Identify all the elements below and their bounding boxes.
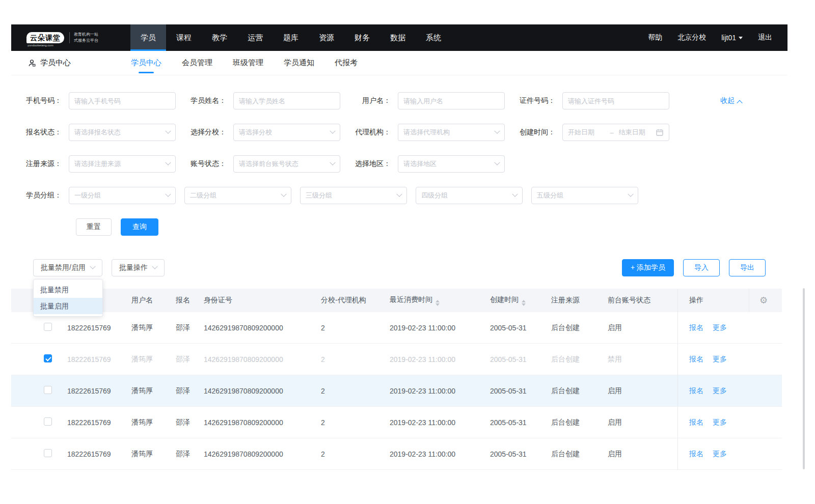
group-level5-select[interactable]: 五级分组 <box>531 187 638 204</box>
account-status-select[interactable]: 请选择前台账号状态 <box>233 155 340 173</box>
cell-last-consume: 2019-02-23 11:00:00 <box>390 387 490 395</box>
gear-icon[interactable]: ⚙ <box>759 295 768 306</box>
help-link[interactable]: 帮助 <box>648 33 662 42</box>
sort-icon[interactable] <box>522 300 526 306</box>
tab-class-management[interactable]: 班级管理 <box>233 51 263 75</box>
cell-username: 潘筠厚 <box>131 450 176 459</box>
filter-student-name: 学员姓名： <box>176 92 340 109</box>
chevron-down-icon <box>90 264 95 269</box>
action-more-link[interactable]: 更多 <box>713 450 727 459</box>
action-enroll-link[interactable]: 报名 <box>689 450 703 459</box>
menu-item-batch-enable[interactable]: 批量启用 <box>34 298 102 314</box>
sort-icon[interactable] <box>436 300 440 306</box>
action-enroll-link[interactable]: 报名 <box>689 386 703 396</box>
reg-source-select[interactable]: 请选择注册来源 <box>69 155 176 173</box>
cell-branch: 2 <box>321 387 390 395</box>
filter-idcard: 证件号码： <box>505 92 669 109</box>
user-menu[interactable]: lijt01 <box>721 34 743 42</box>
sub-nav: 学员中心 学员中心 会员管理 班级管理 学员通知 代报考 <box>11 51 787 75</box>
enroll-status-select[interactable]: 请选择报名状态 <box>69 124 176 141</box>
row-checkbox[interactable] <box>44 417 52 426</box>
header-account-status: 前台账号状态 <box>608 296 677 305</box>
tab-student-center[interactable]: 学员中心 <box>131 51 161 75</box>
import-button[interactable]: 导入 <box>683 259 720 276</box>
action-enroll-link[interactable]: 报名 <box>689 418 703 427</box>
tab-proxy-exam[interactable]: 代报考 <box>335 51 358 75</box>
cell-branch: 2 <box>321 450 390 458</box>
nav-item-resources[interactable]: 资源 <box>309 24 344 51</box>
menu-item-batch-disable[interactable]: 批量禁用 <box>34 282 102 298</box>
user-icon <box>28 59 36 67</box>
group-level1-select[interactable]: 一级分组 <box>69 187 176 204</box>
nav-item-data[interactable]: 数据 <box>380 24 416 51</box>
row-checkbox[interactable] <box>44 323 52 331</box>
row-checkbox[interactable] <box>44 449 52 457</box>
group-level2-select[interactable]: 二级分组 <box>184 187 291 204</box>
table-row: 18222615769 潘筠厚 邵泽 14262919870809200000 … <box>11 312 782 344</box>
region-select[interactable]: 请选择地区 <box>398 155 505 173</box>
cell-status: 启用 <box>608 450 677 459</box>
action-enroll-link[interactable]: 报名 <box>689 355 703 364</box>
export-button[interactable]: 导出 <box>729 259 766 276</box>
username-label: 用户名： <box>340 96 398 105</box>
cell-last-consume: 2019-02-23 11:00:00 <box>390 355 490 363</box>
brand-name: 云朵课堂 <box>30 34 61 42</box>
nav-item-question-bank[interactable]: 题库 <box>273 24 309 51</box>
filter-username: 用户名： <box>340 92 505 109</box>
batch-operations-dropdown[interactable]: 批量操作 <box>112 259 165 276</box>
table-header-row: 用户名 报名 身份证号 分校-代理机构 最近消费时间 创建时间 注册来源 前台账… <box>11 289 782 312</box>
account-status-label: 账号状态： <box>176 159 233 169</box>
header-id-number: 身份证号 <box>204 296 321 305</box>
action-more-link[interactable]: 更多 <box>713 323 727 332</box>
brand-tagline: 教育机构一站 式服务云平台 <box>74 32 98 43</box>
group-level3-select[interactable]: 三级分组 <box>300 187 407 204</box>
chevron-down-icon <box>494 160 500 165</box>
row-checkbox[interactable] <box>44 386 52 394</box>
idcard-input[interactable] <box>568 97 664 105</box>
scrollbar[interactable] <box>803 288 805 469</box>
chevron-down-icon <box>512 191 518 197</box>
cell-enroll: 邵泽 <box>176 386 204 396</box>
action-more-link[interactable]: 更多 <box>713 386 727 396</box>
nav-item-courses[interactable]: 课程 <box>166 24 202 51</box>
date-range-picker[interactable]: 开始日期 – 结束日期 <box>562 124 669 141</box>
nav-item-finance[interactable]: 财务 <box>344 24 380 51</box>
cell-created: 2005-05-31 <box>490 450 551 458</box>
username-input[interactable] <box>403 97 499 105</box>
action-more-link[interactable]: 更多 <box>713 355 727 364</box>
chevron-down-icon <box>330 128 335 134</box>
phone-input[interactable] <box>74 97 170 105</box>
branch-link[interactable]: 北京分校 <box>677 33 706 42</box>
table-toolbar: 批量禁用/启用 批量操作 + 添加学员 导入 导出 <box>11 259 787 276</box>
tab-student-notice[interactable]: 学员通知 <box>284 51 314 75</box>
collapse-filters-link[interactable]: 收起 <box>720 96 742 105</box>
cell-source: 后台创建 <box>551 355 608 364</box>
agency-select[interactable]: 请选择代理机构 <box>398 124 505 141</box>
header-created-sortable[interactable]: 创建时间 <box>490 295 551 306</box>
search-button[interactable]: 查询 <box>121 218 158 236</box>
tab-member-management[interactable]: 会员管理 <box>182 51 212 75</box>
reset-button[interactable]: 重置 <box>76 218 112 236</box>
logout-link[interactable]: 退出 <box>758 33 772 42</box>
students-table: 用户名 报名 身份证号 分校-代理机构 最近消费时间 创建时间 注册来源 前台账… <box>11 289 782 470</box>
chevron-down-icon <box>152 264 157 269</box>
batch-enable-disable-dropdown[interactable]: 批量禁用/启用 <box>33 259 102 276</box>
nav-item-students[interactable]: 学员 <box>130 24 166 51</box>
action-more-link[interactable]: 更多 <box>713 418 727 427</box>
row-checkbox-checked[interactable] <box>44 354 52 362</box>
student-name-input[interactable] <box>239 97 335 105</box>
cell-id-number: 14262919870809200000 <box>204 355 321 363</box>
nav-item-system[interactable]: 系统 <box>416 24 451 51</box>
nav-item-operations[interactable]: 运营 <box>237 24 273 51</box>
filter-buttons: 重置 查询 <box>76 218 787 236</box>
school-select[interactable]: 请选择分校 <box>233 124 340 141</box>
brand-domain: yunduoketang.com <box>28 44 53 47</box>
group-level4-select[interactable]: 四级分组 <box>416 187 523 204</box>
filter-reg-source: 注册来源： 请选择注册来源 <box>11 155 176 173</box>
header-enroll: 报名 <box>176 296 204 305</box>
cell-status: 启用 <box>608 386 677 396</box>
add-student-button[interactable]: + 添加学员 <box>622 259 674 276</box>
header-last-consume-sortable[interactable]: 最近消费时间 <box>390 295 490 306</box>
nav-item-teaching[interactable]: 教学 <box>202 24 237 51</box>
action-enroll-link[interactable]: 报名 <box>689 323 703 332</box>
